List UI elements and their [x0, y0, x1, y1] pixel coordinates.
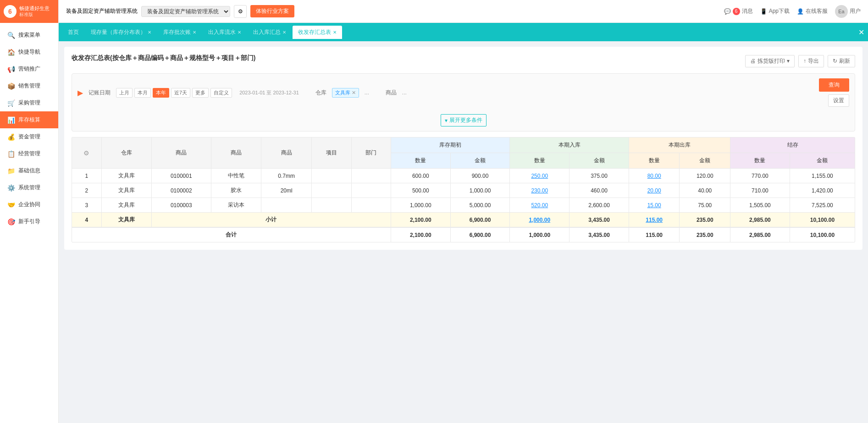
row3-balance-qty: 1,505.00	[730, 198, 790, 213]
date-btn-cur-month[interactable]: 本月	[134, 88, 151, 98]
app-download-item[interactable]: 📱 App下载	[760, 7, 790, 15]
tab-inout-summary-close[interactable]: ✕	[282, 30, 286, 35]
row1-out-amt: 120.00	[680, 169, 730, 183]
tabs-close-all[interactable]: ✕	[858, 28, 864, 37]
tab-inout-flow-close[interactable]: ✕	[238, 30, 241, 35]
sidebar-item-label: 资金管理	[18, 133, 40, 141]
sidebar-item-marketing[interactable]: 📢 营销推广	[0, 60, 58, 77]
th-out-amt: 金额	[680, 153, 730, 169]
sidebar-item-label: 新手引导	[18, 218, 40, 225]
warehouse-tag[interactable]: 文具库 ✕	[332, 88, 359, 98]
data-table-wrapper: ⚙ 仓库 商品 商品 商品 项目 部门 库存期初 本期入库 本期出库 结存	[72, 137, 855, 242]
subtotal-out-qty[interactable]: 115.00	[629, 213, 680, 228]
refresh-icon: ↻	[833, 58, 837, 64]
sidebar-item-finance[interactable]: 💰 资金管理	[0, 128, 58, 145]
sidebar-item-inventory[interactable]: 📊 库存核算	[0, 111, 58, 128]
tab-recv-send-close[interactable]: ✕	[333, 30, 337, 35]
total-opening-amt: 6,900.00	[450, 227, 510, 242]
sidebar-item-system[interactable]: ⚙️ 系统管理	[0, 179, 58, 196]
sidebar-item-quick[interactable]: 🏠 快捷导航	[0, 44, 58, 60]
th-balance-amt: 金额	[790, 153, 855, 169]
sidebar-item-collab[interactable]: 🤝 企业协同	[0, 196, 58, 213]
export-icon: ↑	[803, 58, 806, 64]
settings-filter-btn[interactable]: 设置	[828, 94, 849, 107]
sidebar-item-search[interactable]: 🔍 搜索菜单	[0, 27, 58, 44]
warehouse-more[interactable]: ...	[365, 89, 369, 96]
row2-opening-qty: 500.00	[391, 183, 450, 198]
filter-expand-arrow[interactable]: ▶	[77, 88, 83, 97]
print-btn-label: 拣货版打印	[757, 57, 785, 65]
th-goods-name: 商品	[211, 137, 261, 169]
warehouse-tag-close[interactable]: ✕	[352, 90, 356, 96]
row3-out-amt: 75.00	[680, 198, 730, 213]
experience-btn[interactable]: 体验行业方案	[250, 5, 294, 17]
row2-out-qty[interactable]: 20.00	[629, 183, 680, 198]
tab-inout-summary[interactable]: 出入库汇总 ✕	[248, 26, 292, 39]
sidebar-item-guide[interactable]: 🎯 新手引导	[0, 213, 58, 230]
date-btn-custom[interactable]: 自定义	[210, 88, 232, 98]
row2-in-qty[interactable]: 230.00	[510, 183, 569, 198]
export-btn[interactable]: ↑ 导出	[798, 55, 824, 67]
tab-inout-flow[interactable]: 出入库流水 ✕	[203, 26, 247, 39]
th-opening-amt: 金额	[450, 153, 510, 169]
message-icon: 💬	[724, 8, 731, 15]
print-icon: 🖨	[750, 58, 756, 64]
tab-inventory-dist-close[interactable]: ✕	[148, 30, 151, 35]
row2-opening-amt: 1,000.00	[450, 183, 510, 198]
th-dept: 部门	[351, 137, 391, 169]
tab-batch-close[interactable]: ✕	[193, 30, 196, 35]
expand-conditions-btn[interactable]: ▾ 展开更多条件	[441, 114, 487, 126]
query-btn[interactable]: 查询	[819, 78, 849, 92]
date-btn-more[interactable]: 更多	[192, 88, 209, 98]
warehouse-tag-text: 文具库	[335, 89, 350, 96]
sidebar-item-purchase[interactable]: 🛒 采购管理	[0, 94, 58, 111]
print-chevron-icon: ▾	[787, 58, 790, 64]
system-select[interactable]: 装备及固定资产辅助管理系统	[141, 6, 230, 17]
logo-sub: 标准版	[19, 11, 50, 18]
row3-index: 3	[72, 198, 101, 213]
sidebar-item-sales[interactable]: 📦 销售管理	[0, 77, 58, 94]
row1-in-qty[interactable]: 250.00	[510, 169, 569, 183]
date-btn-cur-year[interactable]: 本年	[153, 88, 169, 98]
tab-recv-send-summary-label: 收发存汇总表	[298, 28, 331, 36]
row1-project	[312, 169, 351, 183]
subtotal-in-qty[interactable]: 1,000.00	[510, 213, 569, 228]
tabs-bar: 首页 现存量（库存分布表） ✕ 库存批次账 ✕ 出入库流水 ✕ 出入库汇总 ✕ …	[59, 23, 868, 41]
th-in-qty: 数量	[510, 153, 569, 169]
message-item[interactable]: 💬 6 消息	[724, 7, 753, 15]
sidebar-item-basic[interactable]: 📁 基础信息	[0, 162, 58, 179]
row3-in-qty[interactable]: 520.00	[510, 198, 569, 213]
user-item[interactable]: Ea 用户	[835, 5, 861, 18]
sidebar-item-label: 快捷导航	[18, 48, 40, 56]
row3-out-qty[interactable]: 15.00	[629, 198, 680, 213]
inventory-icon: 📊	[7, 116, 15, 124]
subtotal-row: 4 文具库 小计 2,100.00 6,900.00 1,000.00 3,43…	[72, 213, 855, 228]
goods-more[interactable]: ...	[402, 89, 407, 96]
th-opening: 库存期初	[391, 137, 510, 153]
sidebar-item-operation[interactable]: 📋 经营管理	[0, 145, 58, 162]
phone-icon: 📱	[760, 8, 767, 15]
online-service-item[interactable]: 👤 在线客服	[797, 7, 828, 15]
tab-recv-send-summary[interactable]: 收发存汇总表 ✕	[293, 26, 342, 39]
tab-inventory-dist[interactable]: 现存量（库存分布表） ✕	[85, 26, 157, 39]
date-btn-7days[interactable]: 近7天	[171, 88, 190, 98]
date-btn-prev-month[interactable]: 上月	[116, 88, 133, 98]
tab-batch[interactable]: 库存批次账 ✕	[158, 26, 202, 39]
page-title: 收发存汇总表(按仓库＋商品编码＋商品＋规格型号＋项目＋部门)	[72, 54, 255, 62]
gear-col-icon[interactable]: ⚙	[83, 149, 89, 157]
refresh-btn[interactable]: ↻ 刷新	[828, 55, 855, 67]
sidebar-item-label: 搜索菜单	[18, 31, 40, 39]
row1-balance-amt: 1,155.00	[790, 169, 855, 183]
row2-dept	[351, 183, 391, 198]
row1-out-qty[interactable]: 80.00	[629, 169, 680, 183]
row2-in-amt: 460.00	[569, 183, 629, 198]
tab-inout-flow-label: 出入库流水	[208, 28, 236, 36]
print-btn[interactable]: 🖨 拣货版打印 ▾	[745, 55, 795, 67]
topbar-settings-icon[interactable]: ⚙	[234, 5, 247, 18]
topbar-left: 装备及固定资产辅助管理系统 装备及固定资产辅助管理系统 ⚙ 体验行业方案	[66, 5, 294, 18]
tab-home[interactable]: 首页	[62, 26, 84, 39]
row1-opening-qty: 600.00	[391, 169, 450, 183]
sidebar-item-label: 采购管理	[18, 99, 40, 107]
topbar-right: 💬 6 消息 📱 App下载 👤 在线客服 Ea 用户	[724, 5, 861, 18]
row2-code: 0100002	[151, 183, 211, 198]
